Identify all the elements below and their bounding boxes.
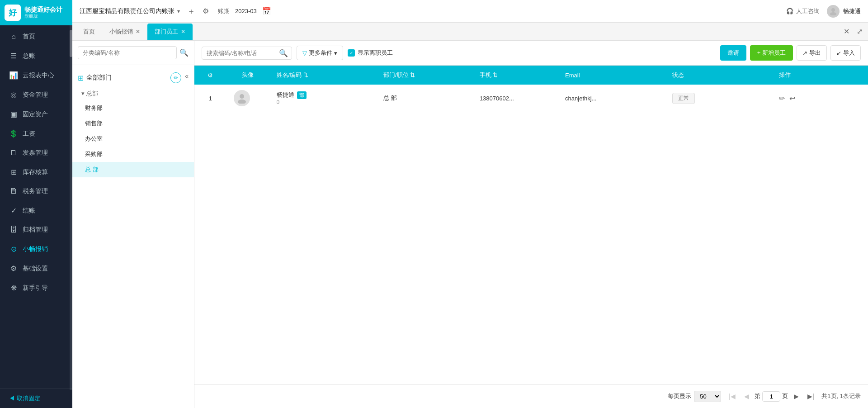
sidebar-item-ledger[interactable]: ☰ 总账 bbox=[0, 46, 72, 66]
dept-badge: 部 bbox=[297, 91, 307, 99]
tab-home[interactable]: 首页 bbox=[76, 24, 102, 40]
tab-expense[interactable]: 小畅报销 ✕ bbox=[102, 24, 147, 40]
page-number-input[interactable] bbox=[762, 391, 780, 402]
dept-item-finance[interactable]: 财务部 bbox=[72, 100, 194, 116]
next-page-btn[interactable]: ▶ bbox=[790, 390, 802, 403]
th-status: 状态 bbox=[665, 66, 772, 85]
sidebar-item-label: 基础设置 bbox=[23, 265, 48, 273]
top-bar-right: 🎧 人工咨询 畅捷通 bbox=[786, 5, 861, 18]
checkout-icon: ✓ bbox=[9, 206, 18, 215]
logo-title: 畅捷通好会计 bbox=[24, 6, 62, 14]
left-panel: 🔍 ⊞ 全部部门 ✏ « ▾ 总部 财务部 bbox=[72, 41, 194, 408]
row-action-buttons: ✏ ↩ bbox=[779, 94, 861, 103]
filter-icon: ▽ bbox=[302, 50, 307, 57]
main-area: 江西服宝精品有限责任公司内账张 ▾ ＋ ⚙ 账期 2023-03 📅 🎧 人工咨… bbox=[72, 0, 868, 408]
sidebar-item-expense[interactable]: ⊙ 小畅报销 bbox=[0, 239, 72, 259]
sidebar-item-invoice[interactable]: 🗒 发票管理 bbox=[0, 143, 72, 162]
th-name[interactable]: 姓名/编码 ⇅ bbox=[269, 66, 377, 85]
dept-item-purchase[interactable]: 采购部 bbox=[72, 147, 194, 162]
sidebar-item-reports[interactable]: 📊 云报表中心 bbox=[0, 66, 72, 85]
sidebar-item-settings[interactable]: ⚙ 基础设置 bbox=[0, 259, 72, 278]
th-actions: 操作 bbox=[772, 66, 868, 85]
sidebar-item-inventory[interactable]: ⊞ 库存核算 bbox=[0, 162, 72, 182]
sidebar-logo: 好 畅捷通好会计 旗舰版 bbox=[0, 0, 72, 25]
settings-gear-icon[interactable]: ⚙ bbox=[203, 7, 209, 15]
dept-item-general[interactable]: 总 部 bbox=[72, 162, 194, 177]
sidebar-item-archive[interactable]: 🗄 归档管理 bbox=[0, 220, 72, 239]
inventory-icon: ⊞ bbox=[9, 168, 18, 176]
expense-icon: ⊙ bbox=[9, 245, 18, 253]
page-di-label: 第 bbox=[755, 392, 760, 400]
page-size-selector: 每页显示 50 10 20 100 bbox=[668, 391, 721, 402]
th-avatar: 头像 bbox=[226, 66, 269, 85]
row-name-cell: 畅捷通 部 0 bbox=[269, 85, 377, 112]
add-tab-button[interactable]: ＋ bbox=[185, 6, 197, 17]
sidebar-item-checkout[interactable]: ✓ 结账 bbox=[0, 201, 72, 220]
row-phone: 138070602... bbox=[472, 85, 558, 112]
calendar-icon[interactable]: 📅 bbox=[262, 7, 271, 15]
sidebar-item-home[interactable]: ⌂ 首页 bbox=[0, 27, 72, 46]
toolbar: 🔍 ▽ 更多条件 ▾ ✓ 显示离职员工 邀请 + 新增员工 ↗ 导出 bbox=[194, 41, 868, 66]
logo-icon: 好 bbox=[5, 5, 21, 21]
cancel-fix-label: ◀ 取消固定 bbox=[9, 394, 40, 403]
row-actions: ✏ ↩ bbox=[772, 85, 868, 112]
sidebar-item-assets[interactable]: ▣ 固定资产 bbox=[0, 104, 72, 124]
dept-item-sales[interactable]: 销售部 bbox=[72, 116, 194, 131]
export-button[interactable]: ↗ 导出 bbox=[797, 45, 827, 61]
customer-service-button[interactable]: 🎧 人工咨询 bbox=[786, 7, 820, 15]
status-badge: 正常 bbox=[672, 93, 695, 104]
headset-icon: 🎧 bbox=[786, 8, 793, 14]
th-settings[interactable]: ⚙ bbox=[194, 66, 226, 85]
sidebar-item-guide[interactable]: ❋ 新手引导 bbox=[0, 278, 72, 298]
first-page-btn[interactable]: |◀ bbox=[726, 390, 738, 403]
import-button[interactable]: ↙ 导入 bbox=[830, 45, 861, 61]
th-phone[interactable]: 手机 ⇅ bbox=[472, 66, 558, 85]
th-email: Email bbox=[558, 66, 665, 85]
last-page-btn[interactable]: ▶| bbox=[804, 390, 817, 403]
tab-department[interactable]: 部门员工 ✕ bbox=[147, 24, 193, 40]
filter-button[interactable]: ▽ 更多条件 ▾ bbox=[297, 46, 343, 60]
dept-item-office[interactable]: 办公室 bbox=[72, 131, 194, 147]
user-name: 畅捷通 bbox=[843, 7, 861, 15]
dept-collapse-btn[interactable]: « bbox=[185, 72, 189, 83]
sidebar-item-tax[interactable]: 🖹 税务管理 bbox=[0, 182, 72, 201]
tax-icon: 🖹 bbox=[9, 187, 18, 195]
tab-department-close[interactable]: ✕ bbox=[181, 28, 185, 35]
expand-tab-btn[interactable]: ⤢ bbox=[855, 25, 864, 38]
edit-button[interactable]: ✏ bbox=[779, 94, 785, 103]
table-row: 1 畅捷通 部 bbox=[194, 85, 868, 112]
period-label: 账期 bbox=[218, 7, 230, 15]
prev-page-btn[interactable]: ◀ bbox=[740, 390, 753, 403]
row-index: 1 bbox=[194, 85, 226, 112]
sidebar-item-salary[interactable]: 💲 工资 bbox=[0, 124, 72, 143]
th-dept[interactable]: 部门/职位 ⇅ bbox=[376, 66, 472, 85]
all-dept-header[interactable]: ⊞ 全部部门 ✏ « bbox=[72, 69, 194, 87]
svg-point-0 bbox=[831, 8, 835, 12]
dept-hq[interactable]: ▾ 总部 bbox=[72, 87, 194, 100]
dept-search-input[interactable] bbox=[78, 46, 177, 59]
company-selector[interactable]: 江西服宝精品有限责任公司内账张 ▾ bbox=[80, 7, 180, 15]
assets-icon: ▣ bbox=[9, 110, 18, 119]
toolbar-right: 邀请 + 新增员工 ↗ 导出 ↙ 导入 bbox=[720, 45, 861, 61]
invite-button[interactable]: 邀请 bbox=[720, 45, 746, 61]
show-resigned-toggle[interactable]: ✓ 显示离职员工 bbox=[348, 49, 393, 57]
employee-search-icon[interactable]: 🔍 bbox=[279, 49, 288, 57]
tab-expense-close[interactable]: ✕ bbox=[136, 28, 140, 35]
delete-button[interactable]: ↩ bbox=[789, 94, 795, 103]
logo-subtitle: 旗舰版 bbox=[24, 13, 62, 19]
sidebar-item-funds[interactable]: ◎ 资金管理 bbox=[0, 85, 72, 104]
close-tab-btn[interactable]: ✕ bbox=[842, 25, 851, 38]
show-resigned-checkbox[interactable]: ✓ bbox=[348, 49, 355, 57]
ledger-icon: ☰ bbox=[9, 52, 18, 60]
cancel-fix-button[interactable]: ◀ 取消固定 bbox=[0, 389, 72, 408]
employee-search-input[interactable] bbox=[207, 50, 279, 57]
dept-search-icon[interactable]: 🔍 bbox=[179, 48, 189, 57]
user-info[interactable]: 畅捷通 bbox=[827, 5, 861, 18]
add-employee-button[interactable]: + 新增员工 bbox=[750, 45, 793, 61]
per-page-select[interactable]: 50 10 20 100 bbox=[694, 391, 721, 402]
data-table: ⚙ 头像 姓名/编码 ⇅ 部门/职位 ⇅ 手机 ⇅ bbox=[194, 66, 868, 384]
dept-add-btn[interactable]: ✏ bbox=[170, 72, 181, 83]
sidebar-item-label: 结账 bbox=[23, 207, 35, 215]
salary-icon: 💲 bbox=[9, 129, 18, 138]
tab-bar: 首页 小畅报销 ✕ 部门员工 ✕ ✕ ⤢ bbox=[72, 23, 868, 41]
